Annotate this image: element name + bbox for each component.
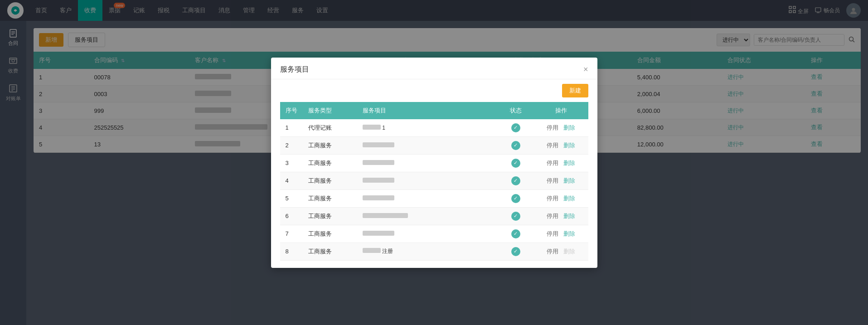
modal-table-row: 3 工商服务 ✓ 停用 删除 bbox=[280, 154, 588, 172]
service-items-modal: 服务项目 × 新建 序号 服务类型 服务项目 状态 操作 bbox=[271, 58, 597, 268]
stop-button[interactable]: 停用 bbox=[547, 248, 558, 255]
stop-button[interactable]: 停用 bbox=[547, 177, 558, 184]
modal-close-button[interactable]: × bbox=[583, 65, 588, 73]
status-active-icon: ✓ bbox=[511, 141, 520, 150]
stop-button[interactable]: 停用 bbox=[547, 124, 558, 131]
modal-title: 服务项目 bbox=[280, 65, 309, 74]
status-active-icon: ✓ bbox=[511, 212, 520, 221]
status-active-icon: ✓ bbox=[511, 229, 520, 238]
modal-table-row: 2 工商服务 ✓ 停用 删除 bbox=[280, 136, 588, 154]
status-active-icon: ✓ bbox=[511, 247, 520, 256]
stop-button[interactable]: 停用 bbox=[547, 230, 558, 237]
modal-col-actions: 操作 bbox=[534, 102, 588, 119]
modal-toolbar: 新建 bbox=[271, 79, 597, 102]
modal-table-row: 5 工商服务 ✓ 停用 删除 bbox=[280, 189, 588, 207]
delete-button[interactable]: 删除 bbox=[563, 124, 575, 131]
status-active-icon: ✓ bbox=[511, 123, 520, 132]
delete-button[interactable]: 删除 bbox=[563, 142, 575, 149]
stop-button[interactable]: 停用 bbox=[547, 195, 558, 202]
modal-table-row: 6 工商服务 ✓ 停用 删除 bbox=[280, 207, 588, 225]
service-items-table: 序号 服务类型 服务项目 状态 操作 1 代理记账 1 bbox=[280, 102, 588, 261]
delete-button[interactable]: 删除 bbox=[563, 160, 575, 166]
modal-table-row: 8 工商服务 注册 ✓ 停用 删除 bbox=[280, 243, 588, 260]
status-active-icon: ✓ bbox=[511, 194, 520, 203]
modal-table-row: 1 代理记账 1 ✓ 停用 删除 bbox=[280, 119, 588, 137]
delete-button[interactable]: 删除 bbox=[563, 213, 575, 219]
stop-button[interactable]: 停用 bbox=[547, 213, 558, 219]
stop-button[interactable]: 停用 bbox=[547, 160, 558, 166]
delete-button-disabled: 删除 bbox=[563, 248, 575, 255]
modal-col-no: 序号 bbox=[280, 102, 303, 119]
status-active-icon: ✓ bbox=[511, 176, 520, 185]
modal-col-item: 服务项目 bbox=[357, 102, 498, 119]
delete-button[interactable]: 删除 bbox=[563, 177, 575, 184]
modal-table-wrap[interactable]: 序号 服务类型 服务项目 状态 操作 1 代理记账 1 bbox=[271, 102, 597, 268]
stop-button[interactable]: 停用 bbox=[547, 142, 558, 149]
modal-table-header: 序号 服务类型 服务项目 状态 操作 bbox=[280, 102, 588, 119]
delete-button[interactable]: 删除 bbox=[563, 195, 575, 202]
modal-col-status: 状态 bbox=[498, 102, 534, 119]
modal-table-row: 7 工商服务 ✓ 停用 删除 bbox=[280, 225, 588, 243]
modal-overlay: 服务项目 × 新建 序号 服务类型 服务项目 状态 操作 bbox=[0, 0, 868, 325]
modal-col-type: 服务类型 bbox=[303, 102, 357, 119]
modal-new-button[interactable]: 新建 bbox=[562, 84, 588, 97]
status-active-icon: ✓ bbox=[511, 159, 520, 168]
modal-table-row: 4 工商服务 ✓ 停用 删除 bbox=[280, 172, 588, 189]
modal-header: 服务项目 × bbox=[271, 58, 597, 79]
delete-button[interactable]: 删除 bbox=[563, 230, 575, 237]
